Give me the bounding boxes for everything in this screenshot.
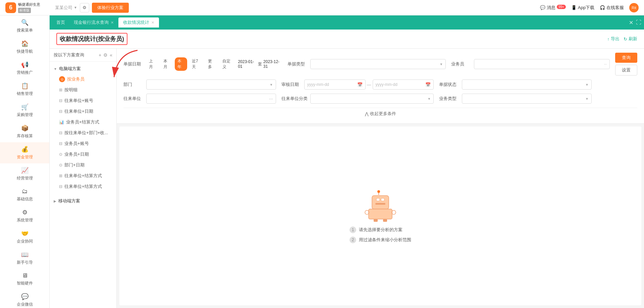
partner-category-select[interactable]: ▼ xyxy=(310,94,434,104)
step-1-text: 请先选择要分析的方案 xyxy=(359,227,402,233)
online-service-button[interactable]: 🎧 在线客服 xyxy=(600,5,624,11)
scheme-item-salesman-date[interactable]: ⊙ 业务员+日期 xyxy=(50,149,116,160)
scheme-item-partner-account[interactable]: ⊟ 往来单位+账号 xyxy=(50,95,116,106)
scheme-item-partner-date[interactable]: ⊟ 往来单位+日期 xyxy=(50,106,116,117)
date-tab-this-month[interactable]: 本月 xyxy=(161,57,173,71)
add-scheme-button[interactable]: + xyxy=(99,52,101,58)
window-close-icon[interactable]: ✕ xyxy=(629,19,633,26)
salesman-date-icon: ⊙ xyxy=(59,152,62,157)
sidebar-item-quicknav[interactable]: 🏠 快捷导航 xyxy=(0,37,49,58)
tab-bank-flow-close[interactable]: ✕ xyxy=(111,20,114,25)
sidebar: 🔍 搜索菜单 🏠 快捷导航 📢 营销推广 📋 销售管理 🛒 采购管理 📦 库存核… xyxy=(0,15,50,308)
scheme-item-by-salesman[interactable]: ⊙ 按业务员 xyxy=(50,74,116,85)
scheme-item-partner-settle2[interactable]: ⊟ 往来单位+结算方式 xyxy=(50,181,116,192)
sidebar-label-search: 搜索菜单 xyxy=(17,28,33,33)
scheme-item-detail[interactable]: ⊞ 按明细 xyxy=(50,85,116,95)
refresh-label: 刷新 xyxy=(629,36,637,42)
sidebar-item-sales[interactable]: 📋 销售管理 xyxy=(0,79,49,100)
sidebar-item-system[interactable]: ⚙ 系统管理 xyxy=(0,205,49,226)
settings-button[interactable]: 设置 xyxy=(615,65,637,75)
sidebar-item-operations[interactable]: 📈 经营管理 xyxy=(0,163,49,185)
scheme-item-salesman-settle[interactable]: 📊 业务员+结算方式 xyxy=(50,117,116,127)
filter-row-2: 部门 ▼ 审核日期 yyyy-mm-dd xyxy=(123,80,637,90)
date-tab-last-month[interactable]: 上月 xyxy=(146,57,159,71)
partner-category-label: 往来单位分类 xyxy=(281,96,308,102)
scheme-settings-button[interactable]: ⚙ xyxy=(103,52,108,58)
sidebar-item-wechat[interactable]: 💬 企业微信 xyxy=(0,290,49,308)
sidebar-item-guide[interactable]: 📖 新手引导 xyxy=(0,248,49,269)
message-button[interactable]: 💬 消息 99+ xyxy=(540,5,566,11)
date-tab-this-year[interactable]: 本年 xyxy=(175,57,187,71)
date-tab-more[interactable]: 更多 xyxy=(205,57,218,71)
svg-point-10 xyxy=(377,190,380,193)
sidebar-item-basic-info[interactable]: 🗂 基础信息 xyxy=(0,185,49,205)
sidebar-item-finance[interactable]: 💰 资金管理 xyxy=(0,142,49,163)
sidebar-item-search[interactable]: 🔍 搜索菜单 xyxy=(0,15,49,37)
collapse-panel-button[interactable]: « xyxy=(110,52,112,58)
mobile-group-title[interactable]: ▶ 移动端方案 xyxy=(50,196,116,206)
detail-icon: ⊞ xyxy=(59,88,62,92)
sidebar-label-sales: 销售管理 xyxy=(17,91,33,97)
collapse-filters-button[interactable]: ⋀ 收起更多条件 xyxy=(123,108,637,119)
voucher-status-select[interactable]: ▼ xyxy=(462,80,592,90)
header-settings-button[interactable]: ⚙ xyxy=(80,3,89,12)
sidebar-item-purchase[interactable]: 🛒 采购管理 xyxy=(0,100,49,121)
sidebar-label-guide: 新手引导 xyxy=(17,260,33,265)
export-label: 导出 xyxy=(611,36,620,42)
window-maximize-icon[interactable]: ⛶ xyxy=(636,19,641,25)
calendar-icon-1: 📅 xyxy=(357,82,363,87)
voucher-type-select[interactable]: ▼ xyxy=(310,59,446,69)
sidebar-item-hardware[interactable]: 🖥 智能硬件 xyxy=(0,269,49,290)
sidebar-label-marketing: 营销推广 xyxy=(17,70,33,75)
sidebar-item-inventory[interactable]: 📦 库存核算 xyxy=(0,121,49,142)
sidebar-label-wechat: 企业微信 xyxy=(17,302,33,307)
edition-badge: 标准版 xyxy=(18,8,31,13)
export-button[interactable]: ↑ 导出 xyxy=(607,36,620,42)
tab-collection-stats[interactable]: 收款情况统计 ✕ xyxy=(118,17,159,28)
collaboration-icon: 🤝 xyxy=(21,230,29,237)
sidebar-item-collaboration[interactable]: 🤝 企业协同 xyxy=(0,226,49,248)
scheme-panel-header: 按以下方案查询 + ⚙ « xyxy=(50,49,116,62)
scheme-item-partner-settle1[interactable]: ⊞ 往来单位+结算方式 xyxy=(50,170,116,181)
active-scheme-indicator: ⊙ xyxy=(59,76,65,82)
guide-icon: 📖 xyxy=(21,251,29,258)
trial-button[interactable]: 体验行业方案 xyxy=(92,3,129,13)
desktop-group-title[interactable]: ▼ 电脑端方案 xyxy=(50,64,116,74)
svg-rect-8 xyxy=(383,219,387,222)
tab-bank-flow[interactable]: 现金银行流水查询 ✕ xyxy=(69,17,118,28)
sales-icon: 📋 xyxy=(21,82,29,90)
salesman-select[interactable]: ··· xyxy=(474,59,610,69)
tab-home[interactable]: 首页 xyxy=(52,17,69,28)
scheme-item-salesman-account[interactable]: ⊟ 业务员+账号 xyxy=(50,138,116,149)
dept-select[interactable]: ▼ xyxy=(146,80,276,90)
review-date-to[interactable]: yyyy-mm-dd 📅 xyxy=(373,80,434,90)
user-avatar[interactable]: Rit xyxy=(629,3,639,12)
filter-review-date-item: 审核日期 yyyy-mm-dd 📅 — yyyy-mm-dd xyxy=(281,80,434,90)
sidebar-item-marketing[interactable]: 📢 营销推广 xyxy=(0,58,49,79)
workspace-selector[interactable]: 某某公司 ▼ xyxy=(55,5,77,11)
query-button[interactable]: 查询 xyxy=(615,53,637,63)
review-date-from[interactable]: yyyy-mm-dd 📅 xyxy=(304,80,366,90)
collapse-icon: ⋀ xyxy=(365,111,369,116)
scheme-panel: 按以下方案查询 + ⚙ « ▼ 电脑端方案 ⊙ xyxy=(50,49,117,308)
scheme-item-partner-dept[interactable]: ⊟ 按往来单位+部门+收... xyxy=(50,127,116,138)
scheme-item-dept-date[interactable]: ⊙ 部门+日期 xyxy=(50,160,116,170)
filter-voucher-type-item: 单据类型 ▼ xyxy=(287,59,446,69)
date-tab-custom[interactable]: 自定义 xyxy=(220,57,235,71)
date-tab-7days[interactable]: 近7天 xyxy=(189,57,203,71)
empty-step-2: 2 用过滤条件来缩小分析范围 xyxy=(350,237,411,243)
inventory-icon: 📦 xyxy=(21,124,29,132)
app-download-button[interactable]: 📱 App下载 xyxy=(571,5,594,11)
business-type-select[interactable]: ▼ xyxy=(462,94,592,104)
page-content: 收款情况统计(按业务员) ↑ 导出 ↻ 刷新 按以下方 xyxy=(50,30,644,308)
service-icon: 🎧 xyxy=(600,5,605,10)
filter-date-item: 单据日期 上月 本月 本年 近7天 更多 自定义 xyxy=(123,57,282,71)
sidebar-label-collaboration: 企业协同 xyxy=(17,239,33,244)
tab-collection-stats-close[interactable]: ✕ xyxy=(151,20,154,25)
desktop-scheme-group: ▼ 电脑端方案 ⊙ 按业务员 ⊞ 按明细 ⊟ xyxy=(50,62,116,194)
header-center: 某某公司 ▼ ⚙ 体验行业方案 xyxy=(55,3,540,13)
filter-business-type-item: 业务类型 ▼ xyxy=(439,94,592,104)
refresh-button[interactable]: ↻ 刷新 xyxy=(624,36,637,42)
partner-select[interactable]: ··· xyxy=(146,94,276,104)
scheme-label-partner-date: 往来单位+日期 xyxy=(64,108,93,114)
